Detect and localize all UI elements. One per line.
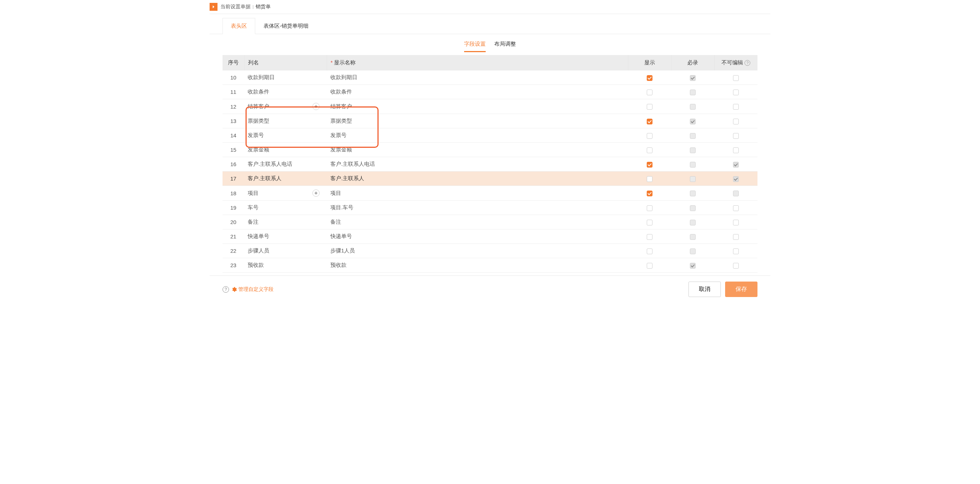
- expand-plus-icon[interactable]: [312, 103, 320, 110]
- table-row[interactable]: 23预收款预收款: [223, 258, 757, 272]
- cell-required: [671, 70, 714, 85]
- checkbox: [690, 263, 696, 269]
- checkbox[interactable]: [647, 248, 652, 254]
- checkbox: [690, 205, 696, 211]
- cell-display-name[interactable]: 发票号: [327, 128, 628, 143]
- column-name-text: 发票金额: [248, 146, 269, 153]
- checkbox[interactable]: [733, 133, 739, 139]
- checkbox: [690, 248, 696, 254]
- table-row[interactable]: 19车号项目.车号: [223, 201, 757, 215]
- checkbox: [690, 234, 696, 240]
- checkbox[interactable]: [733, 263, 739, 269]
- gear-icon: [231, 287, 237, 292]
- checkbox[interactable]: [647, 191, 652, 196]
- checkbox[interactable]: [647, 263, 652, 269]
- checkbox[interactable]: [733, 104, 739, 110]
- cell-display-name[interactable]: 票据类型: [327, 114, 628, 128]
- column-name-text: 客户.主联系人电话: [248, 161, 292, 167]
- save-button[interactable]: 保存: [725, 282, 757, 297]
- column-name-text: 快递单号: [248, 233, 269, 240]
- table-row[interactable]: 20备注备注: [223, 215, 757, 229]
- help-question-icon[interactable]: ?: [223, 286, 229, 293]
- checkbox[interactable]: [733, 75, 739, 81]
- cell-display-name[interactable]: 备注: [327, 215, 628, 229]
- doc-name: 销货单: [256, 3, 271, 10]
- cell-required: [671, 229, 714, 244]
- checkbox[interactable]: [647, 162, 652, 167]
- table-row[interactable]: 13票据类型票据类型: [223, 114, 757, 128]
- checkbox[interactable]: [647, 104, 652, 110]
- cell-show: [628, 143, 671, 157]
- checkbox[interactable]: [647, 89, 652, 95]
- cell-seq: 13: [223, 114, 244, 128]
- table-row[interactable]: 15发票金额发票金额: [223, 143, 757, 157]
- column-name-text: 项目: [248, 190, 258, 197]
- cell-display-name[interactable]: 项目: [327, 186, 628, 201]
- checkbox[interactable]: [733, 119, 739, 124]
- cell-required: [671, 172, 714, 186]
- th-noedit: 不可编辑?: [714, 55, 757, 70]
- checkbox: [690, 191, 696, 196]
- checkbox[interactable]: [733, 248, 739, 254]
- table-row[interactable]: 11收款条件收款条件: [223, 85, 757, 99]
- footer: ? 管理自定义字段 取消 保存: [210, 275, 770, 303]
- checkbox: [690, 89, 696, 95]
- cell-name: 项目: [244, 186, 327, 201]
- checkbox[interactable]: [733, 89, 739, 95]
- cell-seq: 19: [223, 201, 244, 215]
- column-name-text: 发票号: [248, 132, 264, 139]
- table-row[interactable]: 18项目项目: [223, 186, 757, 201]
- cell-display-name[interactable]: 预收款: [327, 258, 628, 272]
- table-row[interactable]: 22步骤人员步骤1人员: [223, 244, 757, 258]
- sidebar-toggle-icon[interactable]: [210, 3, 218, 11]
- cell-noedit: [714, 85, 757, 99]
- outer-tab[interactable]: 表头区: [223, 18, 255, 34]
- cell-show: [628, 70, 671, 85]
- cell-required: [671, 128, 714, 143]
- checkbox[interactable]: [647, 119, 652, 124]
- column-name-text: 票据类型: [248, 118, 269, 124]
- table-row[interactable]: 14发票号发票号: [223, 128, 757, 143]
- checkbox[interactable]: [647, 147, 652, 153]
- cell-show: [628, 128, 671, 143]
- inner-tab[interactable]: 布局调整: [494, 41, 516, 52]
- cell-display-name[interactable]: 结算客户: [327, 99, 628, 114]
- checkbox[interactable]: [647, 133, 652, 139]
- cell-seq: 18: [223, 186, 244, 201]
- table-row[interactable]: 12结算客户结算客户: [223, 99, 757, 114]
- cell-display-name[interactable]: 客户.主联系人: [327, 172, 628, 186]
- cell-name: 发票号: [244, 128, 327, 143]
- checkbox[interactable]: [733, 147, 739, 153]
- cell-display-name[interactable]: 收款条件: [327, 85, 628, 99]
- checkbox[interactable]: [647, 234, 652, 240]
- cell-show: [628, 157, 671, 172]
- cell-required: [671, 99, 714, 114]
- checkbox[interactable]: [647, 75, 652, 81]
- checkbox: [690, 147, 696, 153]
- cell-display-name[interactable]: 步骤1人员: [327, 244, 628, 258]
- cell-seq: 17: [223, 172, 244, 186]
- checkbox[interactable]: [733, 234, 739, 240]
- cell-display-name[interactable]: 客户.主联系人电话: [327, 157, 628, 172]
- checkbox[interactable]: [733, 205, 739, 211]
- checkbox[interactable]: [647, 176, 652, 182]
- cancel-button[interactable]: 取消: [689, 282, 721, 297]
- cell-name: 收款到期日: [244, 70, 327, 85]
- expand-plus-icon[interactable]: [312, 189, 320, 197]
- checkbox[interactable]: [647, 220, 652, 226]
- table-row[interactable]: 16客户.主联系人电话客户.主联系人电话: [223, 157, 757, 172]
- table-row[interactable]: 21快递单号快递单号: [223, 229, 757, 244]
- cell-display-name[interactable]: 发票金额: [327, 143, 628, 157]
- help-icon[interactable]: ?: [745, 60, 750, 66]
- outer-tab[interactable]: 表体区-销货单明细: [255, 18, 317, 34]
- table-row[interactable]: 17客户.主联系人客户.主联系人: [223, 172, 757, 186]
- cell-display-name[interactable]: 收款到期日: [327, 70, 628, 85]
- manage-custom-fields-link[interactable]: 管理自定义字段: [231, 286, 274, 293]
- checkbox[interactable]: [733, 220, 739, 226]
- inner-tab[interactable]: 字段设置: [464, 41, 486, 52]
- field-table: 序号 列名 *显示名称 显示 必录 不可编辑? 10收款到期日收款到期日11收款…: [223, 55, 757, 272]
- checkbox[interactable]: [647, 205, 652, 211]
- cell-display-name[interactable]: 快递单号: [327, 229, 628, 244]
- cell-display-name[interactable]: 项目.车号: [327, 201, 628, 215]
- table-row[interactable]: 10收款到期日收款到期日: [223, 70, 757, 85]
